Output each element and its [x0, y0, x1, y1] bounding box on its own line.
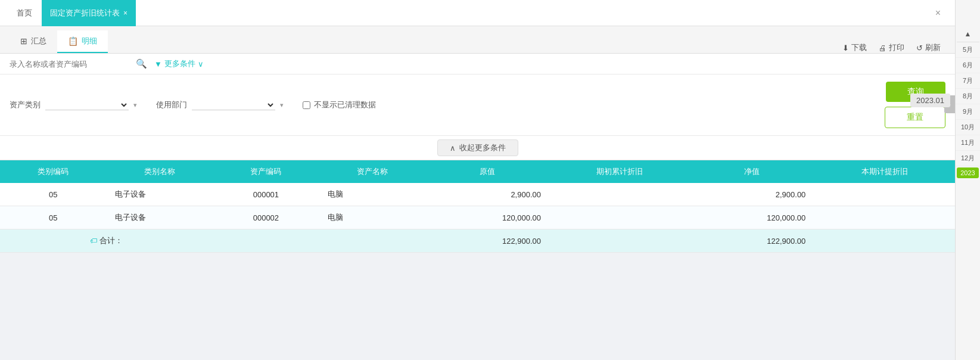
col-header-net-value: 净值	[690, 160, 814, 183]
sidebar-month-8[interactable]: 8月	[956, 89, 980, 104]
col-header-category: 类别名称	[107, 160, 213, 183]
filter-row: 资产类别 ▾ 使用部门 ▾ 不显示已清理数据 查询 重置	[0, 75, 955, 136]
asset-type-select[interactable]	[45, 100, 129, 110]
print-button[interactable]: 🖨 打印	[879, 42, 904, 53]
top-nav: 首页 固定资产折旧统计表 × ×	[0, 0, 955, 26]
cell-current-depr	[814, 183, 955, 206]
data-table-container: 类别编码 类别名称 资产编码 资产名称 原值 期初累计折旧 净值 本期计提折旧 …	[0, 160, 955, 253]
total-net-value: 122,900.00	[690, 229, 814, 253]
cell-code: 05	[0, 183, 107, 206]
department-filter: 使用部门 ▾	[156, 100, 284, 110]
hide-cleared-label: 不显示已清理数据	[314, 100, 376, 110]
cell-net-value: 2,900.00	[690, 183, 814, 206]
col-header-code: 类别编码	[0, 160, 107, 183]
summary-icon: ⊞	[20, 36, 27, 46]
table-header-row: 类别编码 类别名称 资产编码 资产名称 原值 期初累计折旧 净值 本期计提折旧	[0, 160, 955, 183]
cell-asset-code: 000002	[213, 206, 319, 229]
total-current-depr	[814, 229, 955, 253]
right-sidebar: ▲ 5月 6月 7月 8月 9月 10月 11月 12月 2023	[955, 0, 980, 360]
col-header-asset-name: 资产名称	[319, 160, 426, 183]
col-header-current-depr: 本期计提折旧	[814, 160, 955, 183]
cell-category: 电子设备	[107, 183, 213, 206]
sidebar-month-5[interactable]: 5月	[956, 42, 980, 58]
download-button[interactable]: ⬇ 下载	[842, 42, 867, 53]
cell-net-value: 120,000.00	[690, 206, 814, 229]
sidebar-month-12[interactable]: 12月	[956, 151, 980, 166]
download-label: 下载	[851, 42, 867, 53]
tab-close-icon[interactable]: ×	[123, 9, 127, 17]
cell-asset-code: 000001	[213, 183, 319, 206]
sidebar-month-9[interactable]: 9月	[956, 104, 980, 120]
search-input[interactable]	[10, 60, 129, 69]
print-icon: 🖨	[879, 44, 886, 52]
active-tab[interactable]: 固定资产折旧统计表 ×	[42, 0, 136, 26]
col-header-original: 原值	[425, 160, 549, 183]
asset-type-label: 资产类别	[10, 100, 41, 110]
tab-detail-label: 明细	[82, 36, 97, 46]
department-select[interactable]	[192, 100, 275, 110]
cell-category: 电子设备	[107, 206, 213, 229]
asset-type-filter: 资产类别 ▾	[10, 100, 137, 110]
tab-summary-label: 汇总	[31, 36, 46, 46]
collapse-label: 收起更多条件	[459, 142, 506, 153]
total-original: 122,900.00	[425, 229, 549, 253]
detail-icon: 📋	[68, 36, 78, 46]
department-label: 使用部门	[156, 100, 187, 110]
cell-original: 2,900.00	[425, 183, 549, 206]
cell-accum-depr	[549, 206, 690, 229]
cell-current-depr	[814, 206, 955, 229]
col-header-accum-depr: 期初累计折旧	[549, 160, 690, 183]
sidebar-month-11[interactable]: 11月	[956, 135, 980, 151]
cell-asset-name: 电脑	[319, 183, 426, 206]
tab-summary[interactable]: ⊞ 汇总	[10, 30, 57, 53]
refresh-label: 刷新	[925, 42, 941, 53]
total-icon-label: 🏷 合计：	[0, 229, 213, 253]
tab-title: 固定资产折旧统计表	[50, 8, 120, 18]
search-bar: 🔍 ▼ 更多条件 ∨	[0, 54, 955, 75]
download-icon: ⬇	[842, 44, 849, 52]
more-filter-btn[interactable]: ▼ 更多条件 ∨	[154, 58, 204, 69]
sidebar-month-7[interactable]: 7月	[956, 73, 980, 89]
search-icon[interactable]: 🔍	[136, 58, 147, 69]
col-header-asset-code: 资产编码	[213, 160, 319, 183]
sidebar-month-6[interactable]: 6月	[956, 58, 980, 73]
table-total-row: 🏷 合计： 122,900.00 122,900.00	[0, 229, 955, 253]
cell-code: 05	[0, 206, 107, 229]
collapse-icon: ∧	[450, 144, 456, 153]
hide-cleared-group: 不显示已清理数据	[303, 100, 376, 110]
refresh-button[interactable]: ↺ 刷新	[916, 42, 941, 53]
chevron-down-icon: ∨	[198, 60, 204, 69]
refresh-icon: ↺	[916, 44, 923, 52]
home-nav-item[interactable]: 首页	[7, 8, 42, 18]
sidebar-year-badge[interactable]: 2023	[957, 167, 978, 178]
reset-button[interactable]: 重置	[885, 107, 945, 128]
hide-cleared-checkbox[interactable]	[303, 101, 310, 109]
collapse-btn[interactable]: ∧ 收起更多条件	[437, 139, 518, 156]
data-table: 类别编码 类别名称 资产编码 资产名称 原值 期初累计折旧 净值 本期计提折旧 …	[0, 160, 955, 253]
tab-detail[interactable]: 📋 明细	[57, 30, 108, 53]
total-accum-depr	[549, 229, 690, 253]
cell-accum-depr	[549, 183, 690, 206]
sidebar-up-btn[interactable]: ▲	[957, 26, 979, 42]
department-dropdown-icon: ▾	[280, 101, 284, 109]
window-close-button[interactable]: ×	[928, 8, 948, 18]
print-label: 打印	[889, 42, 904, 53]
table-row: 05 电子设备 000001 电脑 2,900.00 2,900.00	[0, 183, 955, 206]
table-row: 05 电子设备 000002 电脑 120,000.00 120,000.00	[0, 206, 955, 229]
tab-bar: ⊞ 汇总 📋 明细 ⬇ 下载 🖨 打印 ↺ 刷新	[0, 26, 955, 54]
filter-icon: ▼	[154, 60, 162, 69]
more-filter-label: 更多条件	[164, 58, 195, 69]
cell-original: 120,000.00	[425, 206, 549, 229]
asset-type-dropdown-icon: ▾	[133, 101, 137, 109]
date-badge: 2023.01	[910, 94, 950, 107]
sidebar-month-10[interactable]: 10月	[956, 120, 980, 135]
collapse-row: ∧ 收起更多条件	[0, 136, 955, 160]
cell-asset-name: 电脑	[319, 206, 426, 229]
